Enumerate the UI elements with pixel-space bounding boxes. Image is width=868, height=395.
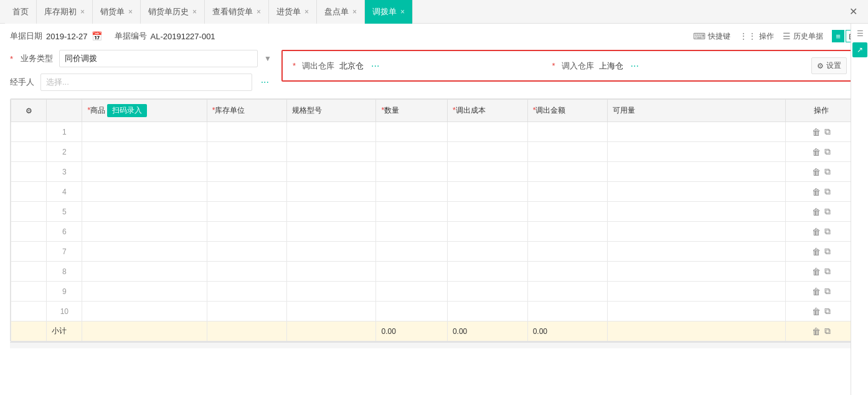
copy-icon[interactable]: ⧉ [824,126,831,137]
row-product-cell[interactable] [82,162,207,182]
row-cost-cell[interactable] [447,262,527,282]
copy-icon[interactable]: ⧉ [824,206,831,217]
row-qty-cell[interactable] [376,282,447,302]
window-close-button[interactable]: ✕ [843,2,863,22]
row-cost-cell[interactable] [447,202,527,222]
copy-icon[interactable]: ⧉ [824,166,831,177]
row-unit-cell[interactable] [207,162,287,182]
row-cost-cell[interactable] [447,282,527,302]
tab-close-inventory-init[interactable]: × [80,7,85,16]
row-product-cell[interactable] [82,202,207,222]
row-qty-cell[interactable] [376,122,447,142]
settings-button[interactable]: ⚙ 设置 [811,57,847,74]
tab-inventory-init[interactable]: 库存期初 × [37,0,93,24]
row-qty-cell[interactable] [376,202,447,222]
row-spec-cell[interactable] [287,202,376,222]
delete-icon[interactable]: 🗑 [812,287,821,297]
row-product-cell[interactable] [82,142,207,162]
tab-home[interactable]: 首页 [5,0,37,24]
row-unit-cell[interactable] [207,202,287,222]
row-qty-cell[interactable] [376,162,447,182]
delete-icon[interactable]: 🗑 [812,247,821,257]
row-product-cell[interactable] [82,302,207,321]
warehouse-in-value[interactable]: 上海仓 [599,60,623,72]
row-unit-cell[interactable] [207,182,287,202]
row-qty-cell[interactable] [376,262,447,282]
row-spec-cell[interactable] [287,262,376,282]
row-cost-cell[interactable] [447,222,527,242]
tab-close-transfer[interactable]: × [400,7,405,16]
row-qty-cell[interactable] [376,302,447,321]
side-expand-icon[interactable]: ↗ [852,42,867,57]
tab-close-sales-history[interactable]: × [192,7,197,16]
delete-icon[interactable]: 🗑 [812,207,821,217]
row-qty-cell[interactable] [376,222,447,242]
row-amount-cell[interactable] [527,222,608,242]
calendar-icon[interactable]: 📅 [92,31,102,41]
row-product-cell[interactable] [82,262,207,282]
tab-sales-order[interactable]: 销货单 × [93,0,141,24]
row-cost-cell[interactable] [447,302,527,321]
row-unit-cell[interactable] [207,222,287,242]
horizontal-scrollbar[interactable] [10,342,858,348]
row-amount-cell[interactable] [527,242,608,262]
row-unit-cell[interactable] [207,122,287,142]
row-cost-cell[interactable] [447,242,527,262]
row-amount-cell[interactable] [527,122,608,142]
row-spec-cell[interactable] [287,122,376,142]
row-amount-cell[interactable] [527,182,608,202]
row-cost-cell[interactable] [447,142,527,162]
delete-icon[interactable]: 🗑 [812,147,821,157]
copy-icon[interactable]: ⧉ [824,266,831,277]
business-type-dropdown-icon[interactable]: ▼ [264,54,271,63]
row-unit-cell[interactable] [207,242,287,262]
row-amount-cell[interactable] [527,302,608,321]
row-unit-cell[interactable] [207,262,287,282]
layout-list-icon[interactable]: ≡ [832,30,844,42]
row-qty-cell[interactable] [376,142,447,162]
tab-close-sales-order[interactable]: × [128,7,133,16]
row-amount-cell[interactable] [527,162,608,182]
date-value[interactable]: 2019-12-27 [46,32,88,41]
row-unit-cell[interactable] [207,302,287,321]
row-qty-cell[interactable] [376,182,447,202]
delete-icon[interactable]: 🗑 [812,187,821,197]
row-product-cell[interactable] [82,242,207,262]
row-cost-cell[interactable] [447,122,527,142]
copy-icon[interactable]: ⧉ [824,306,831,316]
row-spec-cell[interactable] [287,302,376,321]
delete-icon[interactable]: 🗑 [812,167,821,177]
row-spec-cell[interactable] [287,182,376,202]
tab-stocktake[interactable]: 盘点单 × [317,0,365,24]
row-amount-cell[interactable] [527,202,608,222]
row-spec-cell[interactable] [287,282,376,302]
row-product-cell[interactable] [82,222,207,242]
shortcuts-button[interactable]: ⌨ 快捷键 [693,31,730,42]
row-amount-cell[interactable] [527,142,608,162]
delete-icon[interactable]: 🗑 [812,326,821,336]
copy-icon[interactable]: ⧉ [824,326,831,336]
row-spec-cell[interactable] [287,222,376,242]
delete-icon[interactable]: 🗑 [812,227,821,237]
side-list-icon[interactable]: ☰ [852,26,867,41]
row-product-cell[interactable] [82,122,207,142]
row-qty-cell[interactable] [376,242,447,262]
col-settings-header[interactable]: ⚙ [11,100,47,122]
operations-button[interactable]: ⋮⋮ 操作 [739,31,774,42]
copy-icon[interactable]: ⧉ [824,246,831,257]
row-amount-cell[interactable] [527,282,608,302]
row-cost-cell[interactable] [447,182,527,202]
tab-view-sales[interactable]: 查看销货单 × [205,0,269,24]
person-field[interactable]: 选择... [40,74,252,91]
tab-sales-history[interactable]: 销货单历史 × [141,0,205,24]
copy-icon[interactable]: ⧉ [824,286,831,297]
copy-icon[interactable]: ⧉ [824,146,831,157]
warehouse-in-ellipsis[interactable]: ··· [628,60,641,72]
tab-purchase[interactable]: 进货单 × [269,0,317,24]
copy-icon[interactable]: ⧉ [824,226,831,237]
tab-close-stocktake[interactable]: × [352,7,357,16]
row-product-cell[interactable] [82,282,207,302]
row-spec-cell[interactable] [287,162,376,182]
warehouse-out-value[interactable]: 北京仓 [339,60,364,72]
person-ellipsis-button[interactable]: ··· [258,77,271,88]
